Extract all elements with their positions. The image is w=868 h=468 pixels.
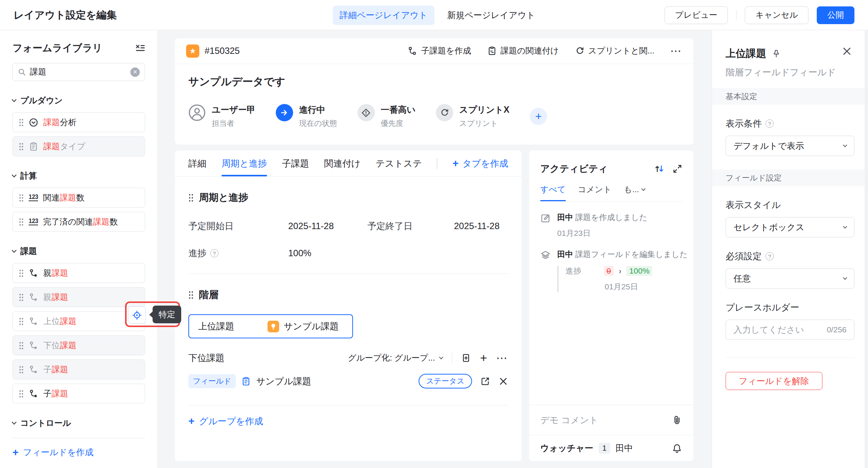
sprint-field[interactable]: スプリントXスプリント <box>436 104 509 128</box>
placeholder-label: プレースホルダー <box>726 301 854 314</box>
help-icon[interactable] <box>766 119 774 128</box>
more-options-icon[interactable] <box>496 356 508 360</box>
progress-value[interactable]: 100% <box>288 248 367 258</box>
activity-tab-comments[interactable]: コメント <box>578 184 612 195</box>
assignee-field[interactable]: ユーザー甲担当者 <box>188 104 255 128</box>
placeholder-input[interactable] <box>734 325 823 335</box>
field-item-issue-analysis[interactable]: 課題分析 <box>12 112 145 132</box>
drag-handle-icon[interactable] <box>19 142 24 150</box>
tab-cycle-progress[interactable]: 周期と進捗 <box>222 150 267 176</box>
add-card-icon[interactable] <box>461 353 471 363</box>
tab-relations[interactable]: 関連付け <box>324 150 361 176</box>
watcher-name[interactable]: 田中 <box>616 442 633 454</box>
field-item-child-issue-2[interactable]: 子課題 <box>12 384 145 404</box>
scrollbar[interactable] <box>865 30 868 468</box>
chevron-down-icon <box>12 97 17 102</box>
char-counter: 0/256 <box>827 325 847 334</box>
drag-handle-icon[interactable] <box>19 194 24 202</box>
field-item-related-issue-count[interactable]: 関連課題数 <box>12 188 145 208</box>
drag-handle-icon[interactable] <box>19 317 24 325</box>
paperclip-icon[interactable] <box>672 415 682 425</box>
cancel-button[interactable]: キャンセル <box>745 6 808 24</box>
create-tab-button[interactable]: タブを作成 <box>452 158 508 170</box>
tab-subtasks[interactable]: 子課題 <box>282 150 309 176</box>
planned-start-value[interactable]: 2025-11-28 <box>288 221 367 231</box>
pin-icon[interactable] <box>772 49 781 58</box>
status-field[interactable]: 進行中現在の状態 <box>276 104 337 128</box>
clear-search-icon[interactable] <box>130 67 140 77</box>
activity-date: 01月25日 <box>605 281 688 292</box>
library-search[interactable] <box>12 63 145 81</box>
display-style-select[interactable]: セレクトボックス <box>726 217 854 237</box>
display-condition-select[interactable]: デフォルトで表示 <box>726 136 854 156</box>
comment-input[interactable] <box>540 415 666 425</box>
create-subtask-button[interactable]: 子課題を作成 <box>408 45 471 57</box>
preview-button[interactable]: プレビュー <box>665 6 728 24</box>
header-actions: プレビュー キャンセル 公開 <box>665 0 854 30</box>
field-item-done-related-issue-count[interactable]: 完了済の関連課題数 <box>12 212 145 232</box>
bell-icon[interactable] <box>672 443 682 454</box>
help-icon[interactable] <box>210 249 219 257</box>
drag-handle-icon[interactable] <box>19 218 24 226</box>
subtask-link-icon <box>29 341 38 350</box>
config-field-subtitle: 階層フィールドフィールド <box>726 66 854 78</box>
superior-issue-field-selected[interactable]: 上位課題 サンプル課題 <box>188 314 353 338</box>
section-calculation[interactable]: 計算 <box>12 170 145 182</box>
field-item-superior-issue[interactable]: 上位課題 <box>12 311 145 331</box>
tab-new-page-layout[interactable]: 新規ページレイアウト <box>447 9 535 21</box>
planned-end-value[interactable]: 2025-11-28 <box>454 221 508 231</box>
expand-icon[interactable] <box>672 164 682 174</box>
search-input[interactable] <box>30 67 127 77</box>
chevron-down-icon <box>439 355 443 359</box>
priority-field[interactable]: 一番高い優先度 <box>358 104 416 128</box>
layout-canvas: #150325 子課題を作成 課題の関連付け スプリントと関... サンプルデー… <box>158 30 712 468</box>
create-group-link[interactable]: グループを作成 <box>188 415 508 427</box>
tab-detail[interactable]: 詳細 <box>188 150 206 176</box>
drag-handle-icon[interactable] <box>19 341 24 349</box>
add-item-icon[interactable]: + <box>480 354 487 362</box>
group-by-dropdown[interactable]: グループ化: グループ... <box>348 352 443 364</box>
help-icon[interactable] <box>766 252 774 260</box>
drag-handle-icon[interactable] <box>19 390 24 398</box>
more-actions-icon[interactable] <box>670 49 682 53</box>
field-item-child-issue[interactable]: 子課題 <box>12 359 145 379</box>
required-setting-select[interactable]: 任意 <box>726 268 854 289</box>
publish-button[interactable]: 公開 <box>817 6 854 24</box>
relate-sprint-button[interactable]: スプリントと関... <box>575 45 654 57</box>
section-issue[interactable]: 課題 <box>12 246 145 257</box>
cycle-section-title: 周期と進捗 <box>188 191 508 204</box>
tab-detail-page-layout[interactable]: 詳細ページレイアウト <box>333 6 434 25</box>
watcher-label: ウォッチャー <box>540 442 593 454</box>
field-item-subordinate-issue[interactable]: 下位課題 <box>12 335 145 355</box>
add-field-button[interactable] <box>530 108 547 125</box>
activity-tab-all[interactable]: すべて <box>540 184 566 195</box>
open-external-icon[interactable] <box>480 376 490 386</box>
collapse-library-icon[interactable] <box>135 43 145 53</box>
sample-issue-link[interactable]: サンプル課題 <box>256 375 311 387</box>
drag-handle-icon[interactable] <box>19 293 24 301</box>
hierarchy-section-title: 階層 <box>188 288 508 301</box>
issue-detail-card: 詳細 周期と進捗 子課題 関連付け テストステータス タブを作成 周期と進捗 予… <box>174 150 522 462</box>
close-panel-icon[interactable] <box>842 46 852 57</box>
create-field-link[interactable]: フィールドを作成 <box>12 447 145 458</box>
field-item-parent-issue[interactable]: 親課題 <box>12 263 145 283</box>
remove-item-icon[interactable] <box>498 376 508 386</box>
superior-issue-label: 上位課題 <box>198 320 234 332</box>
drag-handle-icon[interactable] <box>19 269 24 277</box>
section-pulldown[interactable]: プルダウン <box>12 95 145 106</box>
field-item-issue-type[interactable]: 課題タイプ <box>12 136 145 156</box>
drag-handle-icon[interactable] <box>188 193 194 202</box>
sort-icon[interactable] <box>654 164 665 174</box>
tab-test-status[interactable]: テストステータス <box>376 150 422 176</box>
activity-tab-more[interactable]: も... <box>624 184 645 195</box>
drag-handle-icon[interactable] <box>19 118 24 126</box>
locate-target-button[interactable] <box>128 306 146 324</box>
remove-field-button[interactable]: フィールドを解除 <box>726 372 822 390</box>
field-item-parent-issue-2[interactable]: 親課題 <box>12 287 145 307</box>
status-pill[interactable]: ステータス <box>419 374 472 388</box>
section-control[interactable]: コントロール <box>12 418 145 429</box>
drag-handle-icon[interactable] <box>19 366 24 373</box>
star-badge-icon[interactable] <box>186 44 199 58</box>
relate-issue-button[interactable]: 課題の関連付け <box>487 45 559 57</box>
drag-handle-icon[interactable] <box>188 291 194 299</box>
